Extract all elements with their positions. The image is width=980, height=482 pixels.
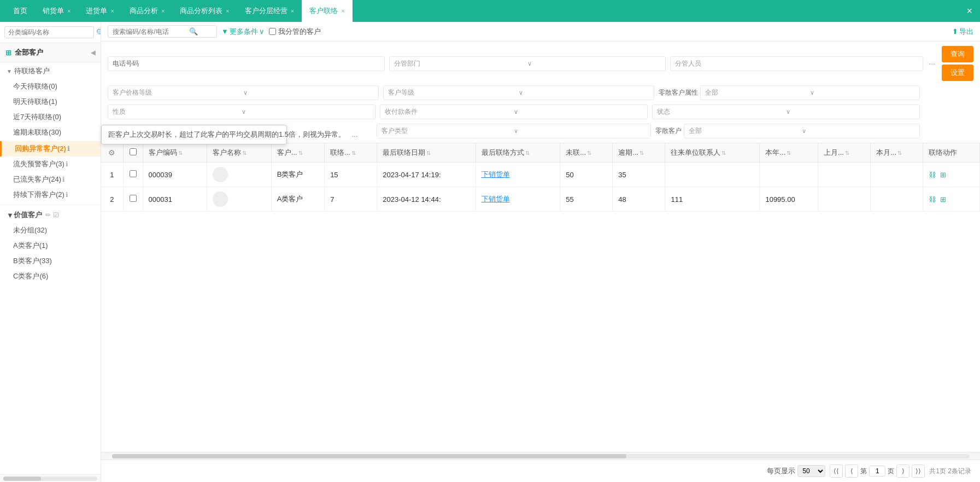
- sidebar-item-a-class[interactable]: A类客户(1): [0, 238, 101, 253]
- sort-last-month[interactable]: 上月...⇅: [824, 148, 865, 158]
- person-field[interactable]: 分管人员: [670, 56, 923, 71]
- close-sales-icon[interactable]: ×: [67, 8, 71, 14]
- sort-this-year[interactable]: 本年...⇅: [765, 148, 812, 158]
- value-group-header[interactable]: ▼ 价值客户 ✏ ☑: [0, 207, 101, 223]
- sidebar-item-repurchase-abnormal[interactable]: 回购异常客户(2) ℹ: [0, 141, 101, 156]
- info-icon-4[interactable]: ℹ: [66, 191, 68, 199]
- search-input[interactable]: [113, 28, 189, 36]
- settings-button[interactable]: 设置: [942, 65, 973, 81]
- search-icon[interactable]: 🔍: [189, 27, 198, 36]
- close-customer-contact-icon[interactable]: ×: [341, 8, 344, 14]
- chevron-nature-icon: ∨: [242, 108, 371, 115]
- page-size-select[interactable]: 50 100 200: [797, 465, 825, 477]
- nav-item-product-list[interactable]: 商品分析列表 ×: [172, 0, 237, 22]
- retail-customer-field[interactable]: 全部 ∨: [684, 124, 920, 138]
- my-customers-checkbox[interactable]: [269, 28, 276, 35]
- sidebar-item-overdue[interactable]: 逾期未联络(30): [0, 125, 101, 140]
- select-all-checkbox[interactable]: [130, 148, 137, 155]
- edit-icon[interactable]: ✏: [45, 211, 51, 219]
- action-more-icon[interactable]: ⊞: [940, 195, 946, 204]
- th-check: [123, 143, 143, 162]
- sort-code[interactable]: 客户编码⇅: [149, 148, 202, 158]
- sidebar-item-ungroup[interactable]: 未分组(32): [0, 223, 101, 238]
- sort-contact[interactable]: 联络...⇅: [330, 148, 371, 158]
- payment-field[interactable]: 收付款条件 ∨: [380, 104, 648, 119]
- h-scrollbar[interactable]: [101, 452, 980, 460]
- sort-not-contacted[interactable]: 未联...⇅: [566, 148, 607, 158]
- gear-icon[interactable]: ⚙: [108, 148, 115, 157]
- info-icon-1[interactable]: ℹ: [67, 145, 70, 153]
- first-page-button[interactable]: ⟨⟨: [830, 464, 843, 478]
- all-customers-header[interactable]: ⊞ 全部客户 ◀: [0, 43, 101, 62]
- sort-last-method[interactable]: 最后联络方式⇅: [482, 148, 555, 158]
- sidebar-search-icon[interactable]: 🔍: [96, 28, 101, 37]
- sort-name[interactable]: 客户名称⇅: [213, 148, 266, 158]
- info-icon-3[interactable]: ℹ: [62, 176, 65, 183]
- close-customer-tier-icon[interactable]: ×: [291, 8, 294, 14]
- phone-field[interactable]: 电话号码: [108, 56, 385, 71]
- page-input[interactable]: [869, 466, 885, 477]
- action-more-icon[interactable]: ⊞: [940, 171, 946, 179]
- collapse-icon[interactable]: ◀: [91, 49, 95, 56]
- next-page-button[interactable]: ⟩: [896, 464, 909, 478]
- sidebar-item-today[interactable]: 今天待联络(0): [0, 79, 101, 94]
- nav-item-purchase[interactable]: 进货单 ×: [78, 0, 121, 22]
- person-dots[interactable]: ···: [926, 59, 937, 68]
- last-method-link[interactable]: 下销货单: [482, 195, 510, 203]
- sidebar-scrollbar[interactable]: [0, 474, 101, 482]
- cell-overdue: 48: [613, 187, 665, 212]
- row-checkbox[interactable]: [130, 195, 137, 202]
- close-product-analysis-icon[interactable]: ×: [161, 8, 165, 14]
- sidebar-item-lost[interactable]: 已流失客户(24) ℹ: [0, 172, 101, 187]
- retail-attr-area: 零散客户属性 全部 ∨: [659, 85, 920, 100]
- sidebar-item-b-class[interactable]: B类客户(33): [0, 253, 101, 269]
- nav-item-customer-contact[interactable]: 客户联络 ×: [302, 0, 352, 22]
- cell-actions: ⛓ ⊞: [923, 162, 980, 187]
- customer-level-field[interactable]: 客户等级 ∨: [383, 85, 654, 100]
- sidebar-item-7days[interactable]: 近7天待联络(0): [0, 109, 101, 125]
- status-field[interactable]: 状态 ∨: [652, 104, 920, 119]
- th-num: ⚙: [101, 143, 123, 162]
- th-last-date: 最后联络日期⇅: [377, 143, 476, 162]
- nav-item-product-analysis[interactable]: 商品分析 ×: [122, 0, 172, 22]
- customer-type-field[interactable]: 客户类型 ∨: [377, 124, 651, 138]
- more-conditions-button[interactable]: ▼ 更多条件 ∨: [221, 27, 265, 37]
- sort-contact-person[interactable]: 往来单位联系人⇅: [671, 148, 754, 158]
- cell-check[interactable]: [123, 162, 143, 187]
- pending-contact-header[interactable]: ▼ 待联络客户: [0, 63, 101, 79]
- sidebar-item-c-class[interactable]: C类客户(6): [0, 269, 101, 284]
- query-button[interactable]: 查询: [942, 46, 973, 62]
- main-layout: 🔍 ⊞ 全部客户 ◀ ▼ 待联络客户 今天待联络(0) 明天待联络(1) 近7天: [0, 22, 980, 482]
- chevron-retail-icon: ∨: [810, 89, 915, 96]
- close-product-list-icon[interactable]: ×: [226, 8, 229, 14]
- last-method-link[interactable]: 下销货单: [482, 170, 510, 178]
- action-link-icon[interactable]: ⛓: [929, 171, 936, 179]
- sidebar-item-loss-warning[interactable]: 流失预警客户(3) ℹ: [0, 156, 101, 172]
- sidebar-search-input[interactable]: [4, 26, 94, 38]
- sidebar-item-declining[interactable]: 持续下滑客户(2) ℹ: [0, 187, 101, 202]
- action-link-icon[interactable]: ⛓: [929, 195, 936, 204]
- export-button[interactable]: ⬆ 导出: [952, 27, 973, 37]
- close-purchase-icon[interactable]: ×: [110, 8, 114, 14]
- info-icon-2[interactable]: ℹ: [66, 160, 68, 168]
- sort-this-month[interactable]: 本月...⇅: [876, 148, 917, 158]
- tooltip-dots[interactable]: ...: [351, 130, 357, 138]
- sort-level[interactable]: 客户...⇅: [277, 148, 319, 158]
- close-all-tabs-button[interactable]: ×: [964, 3, 975, 19]
- cell-check[interactable]: [123, 187, 143, 212]
- prev-page-button[interactable]: ⟨: [845, 464, 858, 478]
- nav-item-home[interactable]: 首页: [5, 0, 35, 22]
- dept-field[interactable]: 分管部门 ∨: [389, 56, 666, 71]
- sort-last-date[interactable]: 最后联络日期⇅: [383, 148, 470, 158]
- sidebar-item-tomorrow[interactable]: 明天待联络(1): [0, 94, 101, 109]
- retail-attr-field[interactable]: 全部 ∨: [700, 85, 920, 100]
- nav-item-customer-tier[interactable]: 客户分层经营 ×: [237, 0, 302, 22]
- nav-item-sales[interactable]: 销货单 ×: [35, 0, 78, 22]
- row-checkbox[interactable]: [130, 170, 137, 177]
- last-page-button[interactable]: ⟩⟩: [912, 464, 925, 478]
- check-icon-small[interactable]: ☑: [53, 211, 59, 219]
- nature-field[interactable]: 性质 ∨: [108, 104, 375, 119]
- special-items-area: 回购异常客户(2) ℹ 流失预警客户(3) ℹ 已流失客户(24) ℹ 持续下滑…: [0, 141, 101, 202]
- price-level-field[interactable]: 客户价格等级 ∨: [108, 85, 379, 100]
- sort-overdue[interactable]: 逾期...⇅: [618, 148, 659, 158]
